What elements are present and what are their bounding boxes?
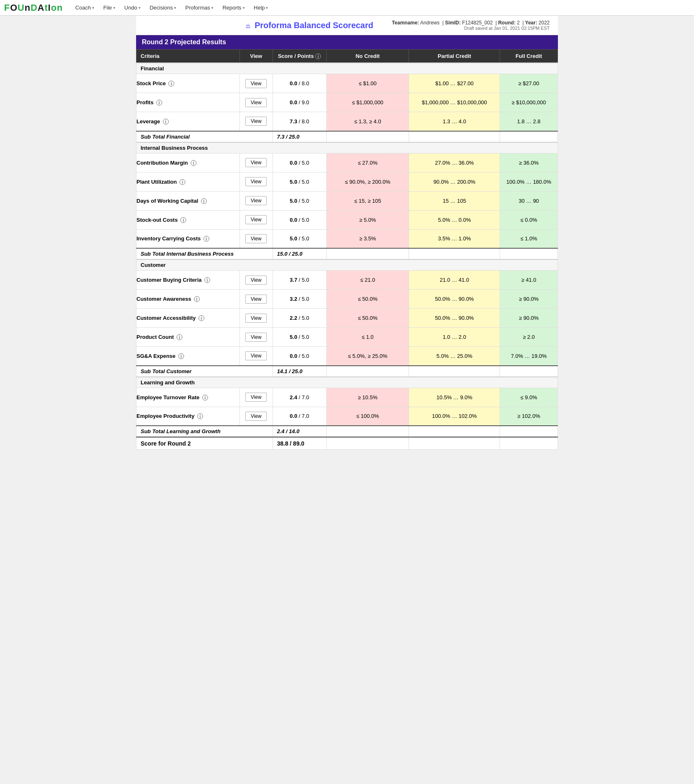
view-button[interactable]: View xyxy=(245,351,267,360)
info-icon[interactable]: i xyxy=(180,217,186,223)
score-value: 0.0 xyxy=(290,80,297,86)
score-cell: 3.7 / 5.0 xyxy=(273,271,326,290)
info-icon[interactable]: i xyxy=(163,119,169,125)
score-value: 7.3 xyxy=(290,118,297,125)
view-button[interactable]: View xyxy=(245,234,267,243)
subtotal-full xyxy=(500,131,558,142)
table-row: Leverage i View 7.3 / 8.0 ≤ 1.3, ≥ 4.0 1… xyxy=(136,112,558,131)
category-row-3: Learning and Growth xyxy=(136,377,558,388)
nav-menu: Coach ▾ File ▾ Undo ▾ Decisions ▾ Profor… xyxy=(71,3,272,12)
info-icon[interactable]: i xyxy=(177,334,182,340)
score-value: 0.0 xyxy=(290,99,297,105)
criteria-cell: Employee Turnover Rate i xyxy=(136,388,240,407)
partial-credit-cell: 5.0% … 0.0% xyxy=(409,210,500,229)
score-value: 3.7 xyxy=(290,277,297,283)
view-cell: View xyxy=(239,229,273,248)
criteria-cell: Inventory Carrying Costs i xyxy=(136,229,240,248)
view-button[interactable]: View xyxy=(245,98,267,107)
view-button[interactable]: View xyxy=(245,79,267,88)
subtotal-full xyxy=(500,248,558,259)
view-cell: View xyxy=(239,93,273,112)
draft-saved-text: Draft saved at Jan 01, 2021 02:15PM EST xyxy=(392,26,550,31)
page-title: Proforma Balanced Scorecard xyxy=(255,21,373,30)
score-cell: 5.0 / 5.0 xyxy=(273,191,326,210)
partial-credit-cell: $1,000,000 … $10,000,000 xyxy=(409,93,500,112)
subtotal-label: Sub Total Customer xyxy=(136,366,273,377)
info-icon[interactable]: i xyxy=(194,296,200,302)
full-credit-cell: ≥ 2.0 xyxy=(500,328,558,347)
info-icon[interactable]: i xyxy=(202,395,208,400)
nav-file[interactable]: File ▾ xyxy=(99,3,120,12)
table-row: Customer Buying Criteria i View 3.7 / 5.… xyxy=(136,271,558,290)
criteria-cell: Plant Utilization i xyxy=(136,172,240,191)
view-button[interactable]: View xyxy=(245,196,267,205)
full-credit-cell: 30 … 90 xyxy=(500,191,558,210)
table-row: Stock-out Costs i View 0.0 / 5.0 ≥ 5.0% … xyxy=(136,210,558,229)
no-credit-cell: ≤ 1.3, ≥ 4.0 xyxy=(326,112,409,131)
nav-coach[interactable]: Coach ▾ xyxy=(71,3,98,12)
view-button[interactable]: View xyxy=(245,276,267,285)
view-button[interactable]: View xyxy=(245,314,267,323)
view-cell: View xyxy=(239,407,273,426)
view-button[interactable]: View xyxy=(245,393,267,402)
nav-help[interactable]: Help ▾ xyxy=(250,3,273,12)
info-icon[interactable]: i xyxy=(168,81,174,86)
full-credit-cell: ≥ $10,000,000 xyxy=(500,93,558,112)
partial-credit-cell: 3.5% … 1.0% xyxy=(409,229,500,248)
subtotal-score: 14.1 / 25.0 xyxy=(273,366,326,377)
info-icon[interactable]: i xyxy=(179,179,185,185)
criteria-cell: Customer Awareness i xyxy=(136,290,240,309)
col-no-credit: No Credit xyxy=(326,50,409,63)
col-view: View xyxy=(239,50,273,63)
info-icon[interactable]: i xyxy=(199,315,204,321)
info-icon[interactable]: i xyxy=(178,353,184,359)
view-cell: View xyxy=(239,271,273,290)
view-button[interactable]: View xyxy=(245,412,267,421)
info-icon[interactable]: i xyxy=(201,198,207,204)
view-button[interactable]: View xyxy=(245,158,267,167)
view-button[interactable]: View xyxy=(245,333,267,342)
subtotal-label: Sub Total Internal Business Process xyxy=(136,248,273,259)
info-icon[interactable]: i xyxy=(203,236,209,242)
full-credit-cell: ≥ $27.00 xyxy=(500,74,558,93)
full-credit-cell: ≤ 9.0% xyxy=(500,388,558,407)
table-row: Customer Awareness i View 3.2 / 5.0 ≤ 50… xyxy=(136,290,558,309)
score-value: 5.0 xyxy=(290,198,297,204)
view-cell: View xyxy=(239,172,273,191)
info-icon[interactable]: i xyxy=(197,413,203,419)
nav-proformas[interactable]: Proformas ▾ xyxy=(181,3,218,12)
view-button[interactable]: View xyxy=(245,117,267,126)
score-value: 5.0 xyxy=(290,235,297,242)
no-credit-cell: ≥ 5.0% xyxy=(326,210,409,229)
full-credit-cell: ≥ 102.0% xyxy=(500,407,558,426)
criteria-cell: Stock Price i xyxy=(136,74,240,93)
table-row: Days of Working Capital i View 5.0 / 5.0… xyxy=(136,191,558,210)
info-icon[interactable]: i xyxy=(156,100,162,105)
score-cell: 5.0 / 5.0 xyxy=(273,328,326,347)
view-button[interactable]: View xyxy=(245,295,267,304)
no-credit-cell: ≤ 90.0%, ≥ 200.0% xyxy=(326,172,409,191)
criteria-cell: Leverage i xyxy=(136,112,240,131)
info-icon[interactable]: i xyxy=(191,160,196,166)
final-full xyxy=(500,437,558,450)
nav-reports[interactable]: Reports ▾ xyxy=(218,3,249,12)
subtotal-row: Sub Total Customer 14.1 / 25.0 xyxy=(136,366,558,377)
nav-undo[interactable]: Undo ▾ xyxy=(120,3,145,12)
score-value: 0.0 xyxy=(290,217,297,223)
full-credit-cell: 100.0% … 180.0% xyxy=(500,172,558,191)
no-credit-cell: ≤ 50.0% xyxy=(326,309,409,328)
view-button[interactable]: View xyxy=(245,177,267,186)
final-score-label: Score for Round 2 xyxy=(136,437,273,450)
col-full-credit: Full Credit xyxy=(500,50,558,63)
subtotal-label: Sub Total Learning and Growth xyxy=(136,426,273,437)
view-cell: View xyxy=(239,328,273,347)
subtotal-full xyxy=(500,426,558,437)
nav-decisions[interactable]: Decisions ▾ xyxy=(146,3,180,12)
info-icon[interactable]: i xyxy=(204,277,210,283)
table-row: Profits i View 0.0 / 9.0 ≤ $1,000,000 $1… xyxy=(136,93,558,112)
category-label: Financial xyxy=(136,63,558,74)
view-button[interactable]: View xyxy=(245,215,267,224)
partial-credit-cell: 21.0 … 41.0 xyxy=(409,271,500,290)
no-credit-cell: ≥ 10.5% xyxy=(326,388,409,407)
subtotal-partial xyxy=(409,131,500,142)
